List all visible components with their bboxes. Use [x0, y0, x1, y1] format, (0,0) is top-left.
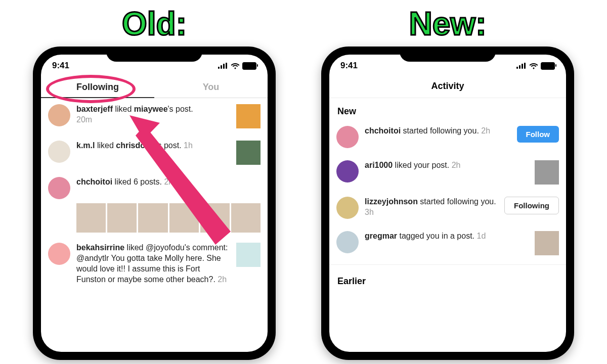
notch: [106, 47, 202, 62]
avatar[interactable]: [336, 160, 359, 183]
tab-bar: Following You: [41, 74, 268, 98]
follow-button[interactable]: Follow: [517, 126, 559, 143]
section-new: New: [329, 98, 566, 120]
post-thumbnail[interactable]: [169, 203, 199, 233]
post-thumbnail[interactable]: [236, 243, 261, 267]
post-thumbnail[interactable]: [76, 203, 106, 233]
post-thumbnail[interactable]: [200, 203, 230, 233]
avatar[interactable]: [336, 231, 359, 253]
phone-old: 9:41 Following You: [33, 47, 276, 360]
post-thumbnail-grid: [76, 203, 261, 233]
avatar[interactable]: [48, 141, 70, 163]
post-thumbnail[interactable]: [138, 203, 167, 233]
activity-row[interactable]: ari1000 liked your post. 2h: [336, 154, 559, 191]
status-time: 9:41: [52, 61, 69, 71]
wifi-icon: [231, 63, 240, 69]
avatar[interactable]: [48, 243, 70, 265]
tab-following[interactable]: Following: [41, 77, 154, 98]
avatar[interactable]: [48, 177, 70, 199]
activity-row[interactable]: baxterjeff liked miaywee's post.20m: [48, 98, 261, 134]
label-new: New:: [409, 5, 487, 42]
tab-you[interactable]: You: [154, 77, 268, 98]
post-thumbnail[interactable]: [236, 104, 261, 128]
phone-new: 9:41 Activity New chchoitoi started foll…: [321, 47, 574, 360]
notch: [400, 47, 496, 62]
activity-row[interactable]: gregmar tagged you in a post. 1d: [336, 225, 559, 261]
wifi-icon: [529, 63, 538, 69]
avatar[interactable]: [48, 104, 70, 126]
post-thumbnail[interactable]: [535, 231, 559, 255]
avatar[interactable]: [336, 126, 359, 148]
section-earlier: Earlier: [329, 268, 566, 290]
signal-icon: [516, 63, 527, 69]
battery-icon: [242, 62, 256, 70]
post-thumbnail[interactable]: [236, 141, 261, 165]
activity-row[interactable]: k.m.l liked chrisdows's post. 1h: [48, 134, 261, 171]
signal-icon: [218, 63, 228, 69]
activity-row[interactable]: lizzeyjohnson started following you. 3h …: [336, 191, 559, 225]
label-old: Old:: [122, 5, 187, 42]
post-thumbnail[interactable]: [107, 203, 137, 233]
activity-feed-old: baxterjeff liked miaywee's post.20m k.m.…: [41, 98, 268, 291]
battery-icon: [541, 62, 555, 70]
activity-feed-new: chchoitoi started following you. 2h Foll…: [329, 120, 566, 261]
post-thumbnail[interactable]: [535, 160, 559, 185]
header-title: Activity: [329, 74, 566, 98]
avatar[interactable]: [336, 197, 359, 219]
activity-row[interactable]: chchoitoi liked 6 posts. 2h: [48, 171, 261, 205]
post-thumbnail[interactable]: [231, 203, 261, 233]
activity-row[interactable]: chchoitoi started following you. 2h Foll…: [336, 120, 559, 154]
divider: [329, 264, 566, 265]
status-time: 9:41: [340, 61, 358, 71]
following-button[interactable]: Following: [504, 197, 559, 214]
activity-row[interactable]: bekahsirrine liked @joyofodu's comment: …: [48, 237, 261, 291]
